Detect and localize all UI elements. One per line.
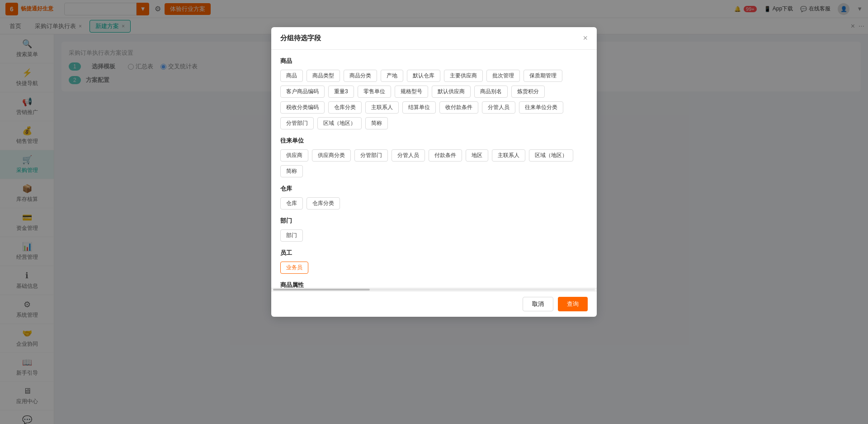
field-product-9[interactable]: 客户商品编码 — [280, 86, 325, 98]
section-partner-fields: 供应商 供应商分类 分管部门 分管人员 付款条件 地区 主联系人 区域（地区） … — [280, 149, 588, 177]
modal-title: 分组待选字段 — [280, 34, 321, 43]
field-partner-9[interactable]: 简称 — [280, 165, 303, 177]
field-product-18[interactable]: 主联系人 — [365, 101, 399, 114]
field-warehouse-2[interactable]: 仓库分类 — [307, 197, 340, 210]
field-product-16[interactable]: 税收分类编码 — [280, 101, 325, 114]
field-product-5[interactable]: 默认仓库 — [407, 70, 440, 82]
field-product-14[interactable]: 商品别名 — [474, 86, 508, 98]
section-employee: 员工 业务员 — [280, 249, 588, 274]
field-product-11[interactable]: 零售单位 — [358, 86, 391, 98]
confirm-button[interactable]: 查询 — [558, 297, 588, 311]
field-partner-7[interactable]: 主联系人 — [492, 149, 525, 162]
section-partner-title: 往来单位 — [280, 137, 588, 145]
field-product-3[interactable]: 商品分类 — [344, 70, 377, 82]
field-partner-5[interactable]: 付款条件 — [429, 149, 462, 162]
section-employee-fields: 业务员 — [280, 262, 588, 274]
scrollbar-track — [273, 289, 595, 291]
modal-body: 商品 商品 商品类型 商品分类 产地 默认仓库 主要供应商 批次管理 保质期管理… — [271, 50, 597, 288]
field-product-23[interactable]: 分管部门 — [280, 117, 314, 129]
section-warehouse-title: 仓库 — [280, 185, 588, 193]
section-product-fields: 商品 商品类型 商品分类 产地 默认仓库 主要供应商 批次管理 保质期管理 客户… — [280, 70, 588, 129]
section-department-fields: 部门 — [280, 229, 588, 242]
modal: 分组待选字段 × 商品 商品 商品类型 商品分类 产地 默认仓库 主要供应商 批… — [271, 27, 597, 317]
field-department-1[interactable]: 部门 — [280, 229, 303, 242]
section-warehouse-fields: 仓库 仓库分类 — [280, 197, 588, 210]
section-warehouse: 仓库 仓库 仓库分类 — [280, 185, 588, 210]
field-product-15[interactable]: 炼货积分 — [511, 86, 545, 98]
field-product-24[interactable]: 区域（地区） — [317, 117, 362, 129]
field-product-12[interactable]: 规格型号 — [395, 86, 428, 98]
field-product-17[interactable]: 仓库分类 — [328, 101, 362, 114]
modal-footer: 取消 查询 — [271, 291, 597, 317]
modal-scrollbar[interactable] — [271, 288, 597, 291]
field-product-6[interactable]: 主要供应商 — [444, 70, 483, 82]
section-department-title: 部门 — [280, 217, 588, 225]
field-partner-2[interactable]: 供应商分类 — [312, 149, 351, 162]
field-partner-3[interactable]: 分管部门 — [354, 149, 388, 162]
field-product-22[interactable]: 往来单位分类 — [519, 101, 563, 114]
field-partner-4[interactable]: 分管人员 — [392, 149, 425, 162]
field-product-4[interactable]: 产地 — [381, 70, 403, 82]
section-employee-title: 员工 — [280, 249, 588, 257]
field-product-19[interactable]: 结算单位 — [402, 101, 436, 114]
field-partner-8[interactable]: 区域（地区） — [529, 149, 573, 162]
modal-close-button[interactable]: × — [583, 33, 588, 43]
field-partner-6[interactable]: 地区 — [466, 149, 488, 162]
field-warehouse-1[interactable]: 仓库 — [280, 197, 303, 210]
field-product-13[interactable]: 默认供应商 — [432, 86, 471, 98]
field-product-20[interactable]: 收付款条件 — [439, 101, 478, 114]
section-product-title: 商品 — [280, 57, 588, 65]
section-product-attr: 商品属性 属性 颜色 多规格 尺码 鞋码 1 — [280, 281, 588, 288]
field-product-10[interactable]: 重量3 — [328, 86, 354, 98]
field-partner-1[interactable]: 供应商 — [280, 149, 308, 162]
modal-header: 分组待选字段 × — [271, 27, 597, 50]
section-product: 商品 商品 商品类型 商品分类 产地 默认仓库 主要供应商 批次管理 保质期管理… — [280, 57, 588, 129]
field-product-2[interactable]: 商品类型 — [307, 70, 340, 82]
section-product-attr-title: 商品属性 — [280, 281, 588, 288]
field-product-1[interactable]: 商品 — [280, 70, 303, 82]
section-partner: 往来单位 供应商 供应商分类 分管部门 分管人员 付款条件 地区 主联系人 区域… — [280, 137, 588, 177]
field-product-25[interactable]: 简称 — [365, 117, 388, 129]
field-employee-1[interactable]: 业务员 — [280, 262, 308, 274]
field-product-21[interactable]: 分管人员 — [482, 101, 515, 114]
field-product-7[interactable]: 批次管理 — [486, 70, 520, 82]
scrollbar-thumb — [273, 289, 370, 291]
field-product-8[interactable]: 保质期管理 — [524, 70, 562, 82]
modal-overlay: 分组待选字段 × 商品 商品 商品类型 商品分类 产地 默认仓库 主要供应商 批… — [0, 0, 868, 424]
section-department: 部门 部门 — [280, 217, 588, 242]
cancel-button[interactable]: 取消 — [523, 297, 553, 311]
